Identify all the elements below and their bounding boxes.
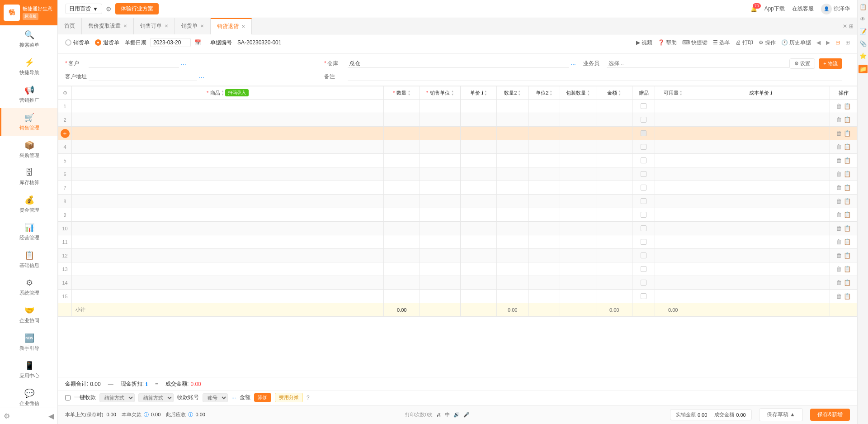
notification-bell[interactable]: 🔔 70 [750, 6, 757, 12]
delete-row-6[interactable]: 🗑 [836, 171, 842, 177]
delete-row-4[interactable]: 🗑 [836, 143, 842, 150]
right-panel-icon-6[interactable]: 📁 [859, 65, 868, 73]
tab-sales-delivery[interactable]: 销货单 ✕ [175, 18, 211, 34]
copy-row-5[interactable]: 📋 [844, 157, 851, 164]
list-view-icon[interactable]: ⊟ [835, 39, 840, 46]
delete-row-11[interactable]: 🗑 [836, 238, 842, 245]
delete-row-5[interactable]: 🗑 [836, 157, 842, 164]
right-panel-icon-2[interactable]: 👁 [860, 16, 866, 23]
gift-checkbox-10[interactable] [641, 225, 646, 231]
copy-row-15[interactable]: 📋 [844, 293, 851, 300]
gift-checkbox-6[interactable] [641, 171, 646, 177]
copy-row-3[interactable]: 📋 [844, 130, 851, 137]
toolbar-ops[interactable]: ⚙ 操作 [759, 39, 776, 47]
account-dots[interactable]: ··· [231, 395, 236, 401]
gift-checkbox-15[interactable] [641, 293, 646, 299]
add-row-btn[interactable]: + [61, 129, 70, 138]
gift-checkbox-13[interactable] [641, 266, 646, 272]
copy-row-12[interactable]: 📋 [844, 252, 851, 259]
delete-row-14[interactable]: 🗑 [836, 279, 842, 286]
gift-checkbox-2[interactable] [641, 117, 646, 123]
delete-row-3[interactable]: 🗑 [836, 130, 842, 137]
tab-price-extract[interactable]: 售价提取设置 ✕ [82, 18, 134, 34]
tab-close-price-extract[interactable]: ✕ [123, 24, 127, 29]
address-input[interactable] [89, 72, 197, 81]
radio-return[interactable]: 退货单 [95, 39, 119, 47]
sidebar-item-guide[interactable]: 🆕 新手引导 [0, 329, 57, 356]
copy-row-4[interactable]: 📋 [844, 143, 851, 150]
gift-checkbox-3[interactable] [641, 130, 646, 136]
sidebar-item-finance[interactable]: 💰 资金管理 [0, 191, 57, 218]
gift-checkbox-14[interactable] [641, 280, 646, 286]
tab-close-all-icon[interactable]: ✕ [843, 23, 847, 29]
toolbar-shortcuts[interactable]: ⌨ 快捷键 [682, 39, 708, 47]
gift-checkbox-11[interactable] [641, 239, 646, 245]
delete-row-15[interactable]: 🗑 [836, 293, 842, 300]
th-gear[interactable]: ⚙ [58, 86, 72, 100]
copy-row-10[interactable]: 📋 [844, 225, 851, 232]
tab-close-sales-order[interactable]: ✕ [165, 24, 168, 29]
toolbar-select[interactable]: ☰ 选单 [713, 39, 730, 47]
toolbar-print[interactable]: 🖨 打印 [736, 39, 753, 47]
sidebar-item-enterprise[interactable]: 🤝 企业协同 [0, 301, 57, 329]
sidebar-item-apps[interactable]: 📱 应用中心 [0, 356, 57, 384]
tab-sales-order[interactable]: 销售订单 ✕ [134, 18, 175, 34]
copy-row-2[interactable]: 📋 [844, 116, 851, 123]
salesperson-input[interactable] [607, 59, 789, 68]
gift-checkbox-4[interactable] [641, 144, 646, 150]
sidebar-item-marketing[interactable]: 📢 营销推广 [0, 81, 57, 108]
gift-checkbox-5[interactable] [641, 157, 646, 163]
delete-row-10[interactable]: 🗑 [836, 225, 842, 232]
toolbar-help[interactable]: ❓ 帮助 [658, 39, 677, 47]
tab-close-sales-delivery[interactable]: ✕ [200, 24, 204, 29]
delete-row-13[interactable]: 🗑 [836, 266, 842, 272]
add-payment-btn[interactable]: 添加 [254, 393, 271, 402]
account-select[interactable]: 账号 [203, 393, 228, 402]
right-panel-icon-3[interactable]: 📝 [859, 28, 867, 35]
sidebar-item-operations[interactable]: 📊 经营管理 [0, 218, 57, 246]
radio-sale[interactable]: 销货单 [65, 39, 90, 47]
next-icon[interactable]: ▶ [826, 39, 830, 46]
copy-row-6[interactable]: 📋 [844, 171, 851, 177]
delete-row-2[interactable]: 🗑 [836, 116, 842, 123]
gift-checkbox-1[interactable] [641, 103, 646, 109]
save-draft-btn[interactable]: 保存草稿 ▲ [759, 408, 803, 421]
delete-row-1[interactable]: 🗑 [836, 103, 842, 110]
copy-row-14[interactable]: 📋 [844, 279, 851, 286]
settings-btn[interactable]: ⚙ 设置 [789, 58, 815, 69]
copy-row-13[interactable]: 📋 [844, 266, 851, 272]
tab-maximize-icon[interactable]: ⊞ [849, 23, 854, 29]
calendar-icon[interactable]: 📅 [194, 39, 201, 46]
sidebar-item-search[interactable]: 🔍 搜索菜单 [0, 25, 57, 53]
topbar-gear-icon[interactable]: ⚙ [106, 5, 112, 13]
copy-row-1[interactable]: 📋 [844, 103, 851, 110]
sidebar-collapse-icon[interactable]: ◀ [48, 412, 54, 420]
sidebar-item-base[interactable]: 📋 基础信息 [0, 246, 57, 273]
right-panel-icon-4[interactable]: 📎 [859, 40, 867, 47]
copy-row-7[interactable]: 📋 [844, 184, 851, 191]
right-panel-icon-1[interactable]: 📋 [859, 4, 867, 10]
customer-input[interactable] [89, 59, 179, 68]
delete-row-9[interactable]: 🗑 [836, 211, 842, 218]
calc-method-select[interactable]: 结算方式 [99, 393, 135, 402]
fee-split-btn[interactable]: 费用分摊 [275, 393, 303, 402]
gift-checkbox-12[interactable] [641, 252, 646, 258]
save-new-btn[interactable]: 保存&新增 [810, 409, 850, 421]
grid-view-icon[interactable]: ⊞ [845, 39, 850, 46]
delete-row-7[interactable]: 🗑 [836, 184, 842, 191]
sidebar-item-inventory[interactable]: 🗄 库存核算 [0, 163, 57, 191]
remark-input[interactable] [348, 72, 842, 81]
gift-checkbox-9[interactable] [641, 212, 646, 218]
copy-row-8[interactable]: 📋 [844, 198, 851, 205]
add-logistics-btn[interactable]: + 物流 [819, 58, 842, 69]
address-dots[interactable]: ··· [199, 73, 204, 81]
right-panel-icon-5[interactable]: ⭐ [859, 52, 867, 59]
warehouse-input[interactable] [348, 59, 569, 68]
app-download-link[interactable]: App下载 [764, 5, 785, 13]
prev-icon[interactable]: ◀ [816, 39, 821, 46]
sidebar-item-system[interactable]: ⚙ 系统管理 [0, 273, 57, 301]
sidebar-item-wechat[interactable]: 💬 企业微信 [0, 384, 57, 408]
experience-btn[interactable]: 体验行业方案 [115, 3, 159, 14]
date-input[interactable] [150, 38, 191, 47]
tab-sales-return[interactable]: 销货退货 ✕ [211, 18, 252, 34]
